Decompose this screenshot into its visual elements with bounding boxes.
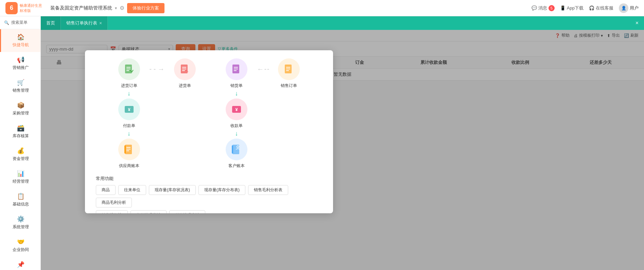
receipt-label: 收款单 [230,123,243,129]
sidebar-search[interactable]: 🔍 搜索菜单 [0,16,40,29]
svg-text:¥: ¥ [235,107,238,112]
search-label: 搜索菜单 [11,20,28,25]
system-title: 装备及固定资产辅助管理系统 [50,5,112,11]
quick-nav-label: 快捷导航 [13,42,29,48]
tab-home[interactable]: 首页 [41,16,61,30]
system-dropdown-icon[interactable]: ▾ [115,6,117,11]
operation-label: 经营管理 [13,179,29,184]
overlay: 进货订单 ↓ ¥ [41,30,644,270]
tab-bar: 首页 销售订单执行表 × × [41,16,644,30]
arrow-down-2: ↓ [127,130,130,137]
h-arrow-2-wrap: ← - - [256,58,270,73]
sales-order-circle [278,58,300,80]
app-download-button[interactable]: 📱 App下载 [560,5,584,11]
arrow-left-dashed: ← - - [257,65,268,73]
sidebar-item-inventory[interactable]: 🗃️ 库存核算 [0,120,40,143]
sidebar-item-quick-nav[interactable]: 🏠 快捷导航 [0,29,40,52]
tab-bar-close-icon[interactable]: × [630,20,644,26]
top-right-area: 💬 消息 5 📱 App下载 🎧 在线客服 👤 用户 [532,3,639,13]
node-purchase-bill[interactable]: 进货单 [174,58,196,89]
node-sales-bill[interactable]: 销货单 [226,58,247,89]
receipt-circle: ¥ [226,98,247,120]
inventory-label: 库存核算 [13,133,29,139]
func-btn-row1: 商品 往来单位 现存量(库存状况表) 现存量(库存分布表) 销售毛利分析表 商品… [96,185,322,208]
func-btn-sales-gross[interactable]: 销售毛利分析表 [248,185,288,195]
main-layout: 🔍 搜索菜单 🏠 快捷导航 📢 营销推广 🛒 销售管理 📦 采购管理 🗃️ [0,16,644,270]
download-icon: 📱 [560,5,565,11]
arrow-down-4: ↓ [235,130,238,137]
sidebar-item-corp[interactable]: 🤝 企业协同 [0,234,40,257]
popup-modal: 进货订单 ↓ ¥ [85,50,333,213]
func-btn-stock-dist[interactable]: 现存量(库存分布表) [198,185,245,195]
func-btn-receipt-stats[interactable]: 收款情况统计 [130,210,167,213]
marketing-label: 营销推广 [13,65,29,71]
func-btn-stock-status[interactable]: 现存量(库存状况表) [149,185,196,195]
func-btn-product[interactable]: 商品 [96,185,116,195]
corp-label: 企业协同 [13,247,29,253]
sidebar-item-operation[interactable]: 📊 经营管理 [0,166,40,188]
func-btn-row2: 销售排行榜 收款情况统计 付款情况统计 [96,210,322,213]
func-btn-product-gross[interactable]: 商品毛利分析 [96,198,132,208]
customer-book-icon [230,143,243,156]
sidebar-item-sales[interactable]: 🛒 销售管理 [0,75,40,97]
right-column: 销售订单 [270,58,308,89]
sales-order-icon [283,63,295,75]
func-btn-partner[interactable]: 往来单位 [118,185,146,195]
node-sales-order[interactable]: 销售订单 [278,58,300,89]
newbie-icon: 📌 [17,261,24,268]
arrow-down-3: ↓ [235,90,238,97]
base-info-label: 基础信息 [13,201,29,207]
arrow-right-1: - - → [150,65,164,73]
app-container: 6 畅康通好生意 标准版 装备及固定资产辅助管理系统 ▾ ⚙ 体验行业方案 💬 … [0,0,644,270]
tab-close-icon[interactable]: × [99,20,102,26]
payment-icon: ¥ [123,103,135,115]
system-icon: ⚙️ [17,215,24,223]
corp-icon: 🤝 [17,238,24,246]
svg-rect-7 [124,145,126,154]
purchase-icon: 📦 [17,102,24,109]
left-flow-column: 进货订单 ↓ ¥ [110,58,148,169]
message-badge: 5 [549,5,555,11]
message-label: 消息 [538,5,547,11]
customer-book-label: 客户账本 [228,163,245,169]
sidebar-item-purchase[interactable]: 📦 采购管理 [0,97,40,120]
node-receipt[interactable]: ¥ 收款单 [226,98,247,129]
supplier-book-icon [123,143,135,156]
node-customer-book[interactable]: 客户账本 [226,139,247,169]
supplier-book-label: 供应商账本 [119,163,139,169]
h-arrow-1-wrap: - - → [148,58,166,73]
func-btn-payment-stats[interactable]: 付款情况统计 [169,210,205,213]
user-area[interactable]: 👤 用户 [619,3,639,13]
online-service-button[interactable]: 🎧 在线客服 [589,5,613,11]
gear-icon[interactable]: ⚙ [120,5,124,11]
sales-bill-circle [226,58,247,80]
purchase-order-icon [123,63,135,75]
sidebar: 🔍 搜索菜单 🏠 快捷导航 📢 营销推广 🛒 销售管理 📦 采购管理 🗃️ [0,16,41,270]
message-button[interactable]: 💬 消息 5 [532,5,555,11]
sidebar-item-finance[interactable]: 💰 资金管理 [0,143,40,166]
purchase-bill-label: 进货单 [179,83,191,89]
sidebar-item-marketing[interactable]: 📢 营销推广 [0,52,40,75]
sidebar-item-system[interactable]: ⚙️ 系统管理 [0,211,40,234]
logo-area: 6 畅康通好生意 标准版 [5,2,46,14]
node-supplier-book[interactable]: 供应商账本 [118,139,140,169]
node-purchase-order[interactable]: 进货订单 [118,58,140,89]
sidebar-item-base-info[interactable]: 📋 基础信息 [0,188,40,211]
purchase-order-circle [118,58,140,80]
logo-text: 畅康通好生意 标准版 [20,3,42,13]
tab-sales-order[interactable]: 销售订单执行表 × [61,16,108,30]
func-btn-sales-rank[interactable]: 销售排行榜 [96,210,128,213]
tab-home-label: 首页 [46,20,55,26]
user-name: 用户 [630,5,639,11]
sales-bill-label: 销货单 [230,83,243,89]
node-payment[interactable]: ¥ 付款单 [118,98,140,129]
receipt-icon: ¥ [230,103,243,115]
avatar: 👤 [619,3,628,13]
base-info-icon: 📋 [17,193,24,200]
sidebar-item-newbie[interactable]: 📌 新手引导 [0,257,40,270]
sales-label: 销售管理 [13,88,29,93]
trial-button[interactable]: 体验行业方案 [127,3,164,13]
purchase-order-label: 进货订单 [121,83,137,89]
message-icon: 💬 [532,5,537,11]
service-icon: 🎧 [589,5,594,11]
